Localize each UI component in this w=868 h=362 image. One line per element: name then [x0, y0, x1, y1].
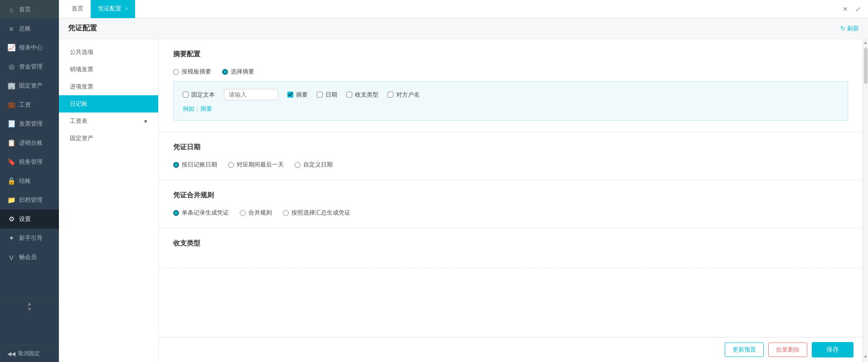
sidebar-item-ledger[interactable]: ≡ 总账: [0, 19, 59, 38]
tab-close-button[interactable]: ×: [125, 6, 128, 11]
sidebar-item-salary[interactable]: 💼 工资: [0, 95, 59, 114]
vip-icon: V: [7, 254, 15, 261]
sidebar-item-assets[interactable]: 🏢 固定资产: [0, 76, 59, 95]
page-header: 凭证配置 ↻ 刷新: [59, 18, 868, 39]
income-expense-type-title: 收支类型: [173, 239, 848, 248]
merge-rules-title: 凭证合并规则: [173, 191, 848, 200]
refresh-button[interactable]: ↻ 刷新: [840, 24, 859, 33]
nav-item-purchase-invoice[interactable]: 进项发票: [59, 78, 158, 95]
tab-voucher-config[interactable]: 凭证配置 ×: [91, 0, 135, 18]
merge-rules-radio-group: 单条记录生成凭证 合并规则 按照选择汇总生成凭证: [173, 209, 848, 217]
sidebar-item-closing[interactable]: 🔒 结账: [0, 171, 59, 191]
closing-icon: 🔒: [7, 177, 15, 185]
radio-by-journal-date[interactable]: 按日记账日期: [173, 161, 217, 169]
sidebar-item-invoice[interactable]: 🧾 发票管理: [0, 114, 59, 133]
checkbox-income-expense[interactable]: 收支类型: [346, 91, 378, 99]
sidebar-item-finance[interactable]: ◎ 资金管理: [0, 57, 59, 76]
radio-summary-generate[interactable]: 按照选择汇总生成凭证: [283, 209, 350, 217]
finance-icon: ◎: [7, 63, 15, 71]
sidebar-item-archive[interactable]: 📁 归档管理: [0, 191, 59, 210]
left-nav: 公共选项 销项发票 进项发票 日记账 工资表 ▾ 固定资产: [59, 39, 159, 362]
section-income-expense-type: 收支类型: [159, 228, 863, 268]
section-voucher-date: 凭证日期 按日记账日期 对应期间最后一天 自定义日期: [159, 132, 863, 180]
content-area: 公共选项 销项发票 进项发票 日记账 工资表 ▾ 固定资产: [59, 39, 868, 362]
radio-select-summary[interactable]: 选择摘要: [222, 68, 254, 76]
salary-icon: 💼: [7, 101, 15, 109]
scroll-down-arrow[interactable]: ▼: [863, 353, 868, 360]
save-button[interactable]: 保存: [812, 342, 853, 357]
sidebar-item-home[interactable]: ⌂ 首页: [0, 0, 59, 19]
archive-icon: 📁: [7, 196, 15, 204]
summary-radio-group: 按模板摘要 选择摘要: [173, 68, 848, 76]
checkbox-date[interactable]: 日期: [317, 91, 337, 99]
example-text: 例如：摘要: [183, 105, 839, 113]
sidebar-item-settings[interactable]: ⚙ 设置: [0, 210, 59, 229]
sidebar-cancel-pin[interactable]: ◀◀ 取消固定: [0, 345, 59, 362]
batch-delete-button[interactable]: 批量删除: [768, 342, 807, 357]
section-summary-config: 摘要配置 按模板摘要 选择摘要: [159, 39, 863, 132]
sidebar-item-vip[interactable]: V 畅会员: [0, 248, 59, 267]
right-scrollbar[interactable]: ▲ ▼: [863, 39, 868, 362]
checkbox-fixed-text[interactable]: 固定文本: [183, 91, 215, 99]
refresh-icon: ↻: [840, 25, 845, 32]
report-icon: 📈: [7, 44, 15, 52]
radio-template-summary[interactable]: 按模板摘要: [173, 68, 211, 76]
voucher-date-radio-group: 按日记账日期 对应期间最后一天 自定义日期: [173, 161, 848, 169]
purchasesales-icon: 📋: [7, 139, 15, 147]
checkbox-counterpart[interactable]: 对方户名: [388, 91, 420, 99]
sidebar-item-report[interactable]: 📈 报表中心: [0, 38, 59, 57]
summary-config-title: 摘要配置: [173, 50, 848, 59]
tab-home[interactable]: 首页: [64, 0, 91, 18]
page-title: 凭证配置: [68, 24, 97, 33]
tabbar: 首页 凭证配置 × ✕ ⤢: [59, 0, 868, 18]
tax-icon: 🔖: [7, 158, 15, 166]
ledger-icon: ≡: [7, 25, 15, 33]
checkbox-row: 固定文本 摘要 日期: [183, 89, 839, 100]
window-close-button[interactable]: ✕: [841, 5, 850, 14]
voucher-date-title: 凭证日期: [173, 143, 848, 152]
radio-custom-date[interactable]: 自定义日期: [295, 161, 333, 169]
window-controls: ✕ ⤢: [841, 5, 863, 14]
main-area: 首页 凭证配置 × ✕ ⤢ 凭证配置 ↻ 刷新 公共选项 销项发票 进项: [59, 0, 868, 362]
nav-item-payroll[interactable]: 工资表 ▾: [59, 113, 158, 130]
update-preview-button[interactable]: 更新预置: [725, 342, 764, 357]
sidebar-item-guide[interactable]: ✦ 新手引导: [0, 229, 59, 248]
guide-icon: ✦: [7, 234, 15, 242]
settings-icon: ⚙: [7, 215, 15, 223]
assets-icon: 🏢: [7, 82, 15, 90]
sidebar: ⌂ 首页 ≡ 总账 📈 报表中心 ◎ 资金管理 🏢 固定资产 💼 工资 🧾 发票…: [0, 0, 59, 362]
scroll-thumb[interactable]: [864, 48, 868, 84]
sidebar-item-purchasesales[interactable]: 📋 进销台账: [0, 133, 59, 152]
radio-single-record[interactable]: 单条记录生成凭证: [173, 209, 229, 217]
sidebar-scroll-down[interactable]: ▼: [27, 306, 32, 312]
fixed-text-input[interactable]: [224, 89, 278, 100]
sidebar-scroll-up[interactable]: ▲: [27, 301, 32, 306]
checkbox-summary[interactable]: 摘要: [287, 91, 308, 99]
right-content: 摘要配置 按模板摘要 选择摘要: [159, 39, 863, 337]
section-merge-rules: 凭证合并规则 单条记录生成凭证 合并规则 按照选择汇总生成凭证: [159, 180, 863, 228]
nav-item-sales-invoice[interactable]: 销项发票: [59, 61, 158, 78]
sidebar-item-tax[interactable]: 🔖 税务管理: [0, 152, 59, 171]
nav-item-fixed-assets[interactable]: 固定资产: [59, 130, 158, 147]
invoice-icon: 🧾: [7, 120, 15, 128]
radio-last-day[interactable]: 对应期间最后一天: [228, 161, 284, 169]
nav-item-public[interactable]: 公共选项: [59, 44, 158, 61]
window-restore-button[interactable]: ⤢: [853, 5, 863, 14]
radio-merge-rules[interactable]: 合并规则: [240, 209, 272, 217]
nav-item-journal[interactable]: 日记账: [59, 95, 158, 113]
scroll-up-arrow[interactable]: ▲: [863, 39, 868, 46]
payroll-arrow-icon: ▾: [144, 118, 147, 125]
pin-icon: ◀◀: [7, 351, 15, 357]
home-icon: ⌂: [7, 6, 15, 14]
bottom-action-bar: 更新预置 批量删除 保存: [159, 337, 863, 362]
checkbox-options-box: 固定文本 摘要 日期: [173, 81, 848, 121]
